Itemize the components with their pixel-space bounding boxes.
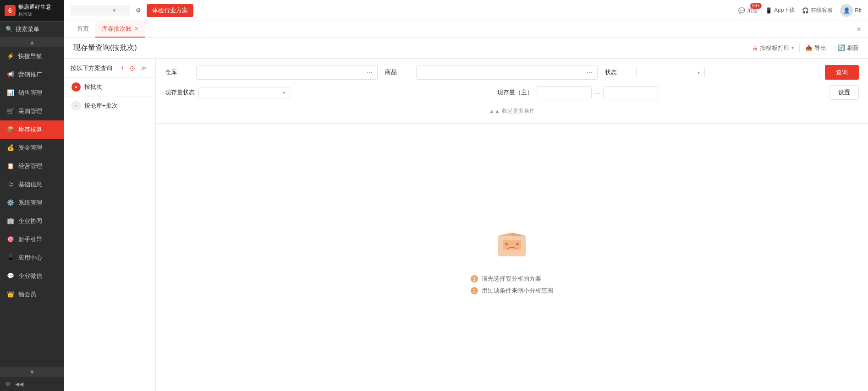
- empty-tip-2: 2 用过滤条件来缩小分析范围: [471, 287, 553, 295]
- scheme-by-warehouse-batch[interactable]: ○ 按仓库+批次: [64, 97, 155, 115]
- sidebar-item-quick-nav[interactable]: ⚡ 快捷导航: [0, 47, 64, 65]
- topbar-search-input[interactable]: [74, 7, 111, 14]
- sidebar-item-basic[interactable]: 🗂 基础信息: [0, 175, 64, 194]
- search-icon: 🔍: [5, 26, 13, 33]
- topbar-right: 💬 消息 99+ 📱 App下载 🎧 在线客服 👤 Rit: [738, 4, 862, 17]
- scheme-by-batch-label: 按批次: [84, 83, 102, 91]
- sidebar-item-operations[interactable]: 📋 经营管理: [0, 157, 64, 175]
- tip-text-2: 用过滤条件来缩小分析范围: [482, 287, 553, 295]
- app-center-icon: 📱: [6, 254, 15, 262]
- sidebar-footer: ⚙ ◀◀: [0, 377, 64, 391]
- refresh-btn[interactable]: 🔄 刷新: [838, 44, 859, 52]
- svg-point-5: [516, 243, 519, 245]
- search-menu[interactable]: 🔍 搜索菜单: [0, 22, 64, 38]
- panel-collapse-btn[interactable]: ≫: [139, 64, 149, 72]
- user-name: Rit: [855, 7, 862, 14]
- warehouse-filter: 仓库 ···: [165, 65, 378, 80]
- warehouse-input[interactable]: ···: [196, 65, 378, 80]
- status-select[interactable]: ▾: [636, 67, 705, 78]
- topbar-gear-icon[interactable]: ⚙: [134, 5, 143, 16]
- user-area[interactable]: 👤 Rit: [840, 4, 862, 17]
- quantity-label: 现存量（主）: [497, 88, 533, 97]
- svg-marker-2: [512, 233, 526, 236]
- collapse-sidebar-icon: ◀◀: [15, 381, 23, 387]
- sidebar-item-purchase[interactable]: 🛒 采购管理: [0, 102, 64, 120]
- sidebar-scroll-up[interactable]: ▲: [0, 38, 64, 47]
- scheme-by-warehouse-batch-icon: ○: [71, 101, 81, 110]
- sidebar-item-finance[interactable]: 💰 资金管理: [0, 139, 64, 157]
- sidebar-item-label: 库存核算: [18, 125, 42, 134]
- add-scheme-icon[interactable]: ＋: [119, 63, 126, 73]
- right-panel: 仓库 ··· 商品 ··· 状态: [156, 59, 868, 391]
- sidebar: 6 畅康通好生意 标准版 🔍 搜索菜单 ▲ ⚡ 快捷导航 📢 营销推广 📊 销售…: [0, 0, 64, 391]
- query-btn[interactable]: 查询: [825, 65, 859, 80]
- print-btn[interactable]: 🖨 按模板打印 ▾: [752, 44, 794, 52]
- sidebar-scroll-down[interactable]: ▼: [0, 367, 64, 377]
- sidebar-header: 6 畅康通好生意 标准版: [0, 0, 64, 22]
- inventory-status-select[interactable]: ▾: [198, 87, 290, 98]
- quantity-dash: —: [594, 89, 600, 96]
- left-panel-actions: ＋ ⊙ ≫: [119, 63, 149, 73]
- topbar-search-box[interactable]: ▾: [71, 5, 130, 16]
- tab-inventory-batch-close[interactable]: ✕: [134, 26, 139, 32]
- scheme-by-batch-icon: ●: [71, 82, 81, 92]
- product-label: 商品: [385, 68, 412, 76]
- action-sep-2: [832, 44, 832, 52]
- sidebar-nav: ⚡ 快捷导航 📢 营销推广 📊 销售管理 🛒 采购管理 📦 库存核算 💰 资金管…: [0, 47, 64, 367]
- sidebar-item-app-center[interactable]: 📱 应用中心: [0, 249, 64, 267]
- sidebar-item-enterprise[interactable]: 🏢 企业协同: [0, 212, 64, 230]
- tab-close-all-icon[interactable]: ✕: [856, 26, 862, 33]
- sidebar-item-newbie[interactable]: 🎯 新手引导: [0, 230, 64, 249]
- inventory-status-label: 现存量状态: [165, 88, 195, 97]
- sidebar-item-member[interactable]: 👑 畅会员: [0, 285, 64, 304]
- svg-marker-1: [498, 233, 512, 236]
- finance-icon: 💰: [6, 144, 15, 152]
- topbar: ▾ ⚙ 体验行业方案 💬 消息 99+ 📱 App下载 🎧 在线客服 👤 Rit: [64, 0, 868, 21]
- app-download-icon: 📱: [765, 7, 772, 14]
- sidebar-item-label: 系统管理: [18, 199, 42, 207]
- export-btn[interactable]: 📤 导出: [805, 44, 826, 52]
- filter-row-2: 现存量状态 ▾ 现存量（主） — 设置: [165, 85, 859, 100]
- scheme-by-batch[interactable]: ● 按批次: [64, 78, 155, 97]
- experience-btn[interactable]: 体验行业方案: [147, 4, 193, 17]
- sidebar-item-system[interactable]: ⚙️ 系统管理: [0, 194, 64, 212]
- collapse-sidebar-btn[interactable]: ◀◀: [15, 381, 23, 387]
- message-icon: 💬: [738, 7, 745, 14]
- chevron-up-icon: ▲▲: [489, 108, 500, 114]
- purchase-icon: 🛒: [6, 107, 15, 115]
- message-btn[interactable]: 💬 消息 99+: [738, 6, 758, 14]
- refresh-icon: 🔄: [838, 44, 845, 51]
- tab-home[interactable]: 首页: [71, 21, 95, 38]
- sales-icon: 📊: [6, 89, 15, 97]
- empty-svg: [489, 220, 535, 261]
- sidebar-item-sales[interactable]: 📊 销售管理: [0, 84, 64, 102]
- settings-footer-btn[interactable]: ⚙: [5, 381, 11, 387]
- left-panel-header: 按以下方案查询 ＋ ⊙ ≫: [64, 59, 155, 78]
- sidebar-item-inventory[interactable]: 📦 库存核算: [0, 120, 64, 139]
- scheme-settings-icon[interactable]: ⊙: [130, 65, 135, 72]
- online-service-btn[interactable]: 🎧 在线客服: [802, 6, 833, 14]
- tab-inventory-batch[interactable]: 库存批次账 ✕: [95, 21, 145, 38]
- sidebar-item-wechat[interactable]: 💬 企业微信: [0, 267, 64, 285]
- print-dropdown-icon[interactable]: ▾: [791, 45, 794, 50]
- filter-area: 仓库 ··· 商品 ··· 状态: [156, 59, 868, 124]
- settings-btn[interactable]: 设置: [830, 85, 859, 100]
- topbar-dropdown-icon[interactable]: ▾: [113, 7, 116, 14]
- collapse-more-btn[interactable]: ▲▲ 收起更多条件: [165, 105, 859, 117]
- content: 按以下方案查询 ＋ ⊙ ≫ ● 按批次 ○ 按仓库+批次: [64, 59, 868, 391]
- quantity-min-input[interactable]: [537, 86, 592, 99]
- quantity-range: —: [537, 86, 658, 99]
- operations-icon: 📋: [6, 162, 15, 170]
- inventory-status-filter: 现存量状态 ▾: [165, 87, 490, 98]
- quantity-max-input[interactable]: [603, 86, 658, 99]
- tip-text-1: 请先选择要分析的方案: [482, 275, 541, 283]
- inventory-icon: 📦: [6, 125, 15, 134]
- page-header: 现存量查询(按批次) 🖨 按模板打印 ▾ 📤 导出 🔄 刷新: [64, 38, 868, 59]
- sidebar-item-label: 企业协同: [18, 217, 42, 225]
- product-input[interactable]: ···: [416, 65, 598, 80]
- app-download-btn[interactable]: 📱 App下载: [765, 6, 795, 14]
- sidebar-item-marketing[interactable]: 📢 营销推广: [0, 65, 64, 84]
- sidebar-item-label: 采购管理: [18, 107, 42, 115]
- tab-home-label: 首页: [77, 25, 89, 33]
- sidebar-item-label: 营销推广: [18, 71, 42, 79]
